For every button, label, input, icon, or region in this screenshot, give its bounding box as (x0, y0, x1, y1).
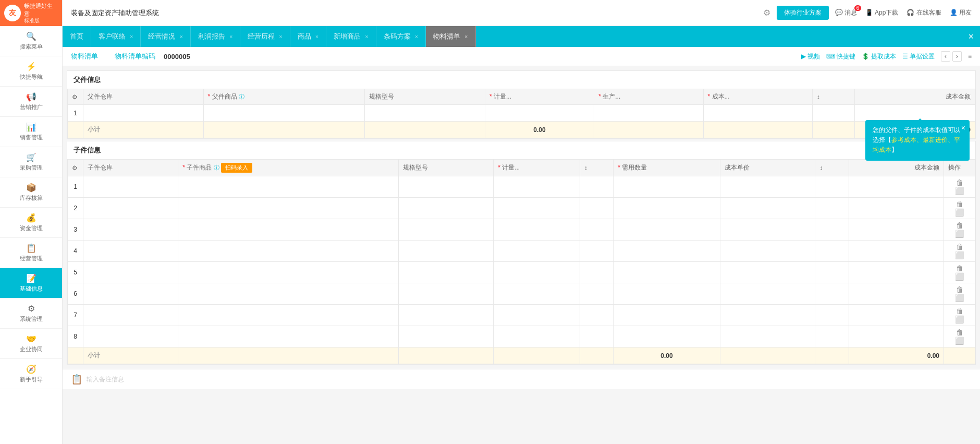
copy-icon-3[interactable]: ⬜ (955, 230, 964, 238)
child-row-4-unit[interactable] (494, 241, 580, 262)
delete-icon-1[interactable]: 🗑 (956, 178, 963, 187)
child-row-5-spec[interactable] (398, 262, 493, 283)
child-row-5-unit[interactable] (494, 262, 580, 283)
copy-icon-6[interactable]: ⬜ (955, 294, 964, 302)
prev-button[interactable]: ‹ (941, 51, 950, 62)
child-row-6-goods[interactable] (178, 283, 399, 305)
child-row-3-unit[interactable] (494, 219, 580, 241)
copy-icon-4[interactable]: ⬜ (955, 251, 964, 259)
child-row-1-warehouse[interactable] (83, 176, 178, 198)
child-row-6-unit[interactable] (494, 283, 580, 305)
child-row-8-spec[interactable] (398, 326, 493, 347)
sidebar-item-guide[interactable]: 🧭 新手引导 (0, 359, 62, 389)
child-row-2-spec[interactable] (398, 198, 493, 219)
tooltip-close[interactable]: × (961, 122, 965, 134)
child-row-4-qty[interactable] (614, 241, 720, 262)
shortcut-button[interactable]: ⌨ 快捷键 (826, 52, 855, 61)
tab-barcode-close[interactable]: × (415, 33, 418, 40)
child-row-5-warehouse[interactable] (83, 262, 178, 283)
tab-goods[interactable]: 商品 × (290, 26, 326, 47)
child-row-8-goods[interactable] (178, 326, 399, 347)
child-row-3-spec[interactable] (398, 219, 493, 241)
child-row-6-qty[interactable] (614, 283, 720, 305)
copy-icon-2[interactable]: ⬜ (955, 208, 964, 217)
child-row-7-warehouse[interactable] (83, 305, 178, 326)
delete-icon-7[interactable]: 🗑 (956, 307, 963, 315)
child-row-2-goods[interactable] (178, 198, 399, 219)
child-row-5-unit-cost[interactable] (720, 262, 815, 283)
child-row-4-goods[interactable] (178, 241, 399, 262)
copy-icon-5[interactable]: ⬜ (955, 272, 964, 281)
child-row-5-qty[interactable] (614, 262, 720, 283)
breadcrumb-bom-list[interactable]: 物料清单 (71, 52, 98, 61)
tab-customer[interactable]: 客户联络 × (91, 26, 141, 47)
child-row-6-warehouse[interactable] (83, 283, 178, 305)
sidebar-item-collab[interactable]: 🤝 企业协同 (0, 329, 62, 359)
child-row-7-spec[interactable] (398, 305, 493, 326)
child-row-4-spec[interactable] (398, 241, 493, 262)
online-service-button[interactable]: 🎧 在线客服 (906, 8, 941, 17)
parent-row-1-spec[interactable] (365, 105, 485, 122)
single-settings-button[interactable]: ☰ 单据设置 (902, 52, 935, 61)
child-row-3-qty[interactable] (614, 219, 720, 241)
parent-row-1-produce[interactable] (594, 105, 703, 122)
child-row-4-unit-cost[interactable] (720, 241, 815, 262)
child-row-1-qty[interactable] (614, 176, 720, 198)
child-row-5-goods[interactable] (178, 262, 399, 283)
video-button[interactable]: ▶ 视频 (801, 52, 820, 61)
child-row-3-amount[interactable] (849, 219, 944, 241)
breadcrumb-bom-code[interactable]: 物料清单编码 (115, 52, 155, 61)
sidebar-item-finance[interactable]: 💰 资金管理 (0, 208, 62, 238)
delete-icon-4[interactable]: 🗑 (956, 243, 963, 251)
child-row-6-unit-cost[interactable] (720, 283, 815, 305)
tab-profit-close[interactable]: × (229, 33, 232, 40)
tab-home[interactable]: 首页 (63, 26, 91, 47)
child-row-2-amount[interactable] (849, 198, 944, 219)
tab-new-goods[interactable]: 新增商品 × (326, 26, 376, 47)
child-row-3-warehouse[interactable] (83, 219, 178, 241)
child-row-6-amount[interactable] (849, 283, 944, 305)
cost-button[interactable]: 💲 提取成本 (862, 52, 896, 61)
tab-bom[interactable]: 物料清单 × (426, 26, 475, 47)
sidebar-item-inventory[interactable]: 📦 库存核算 (0, 177, 62, 208)
child-row-1-unit[interactable] (494, 176, 580, 198)
parent-row-1-goods[interactable] (203, 105, 365, 122)
copy-icon-1[interactable]: ⬜ (955, 187, 964, 195)
child-row-8-unit[interactable] (494, 326, 580, 347)
child-row-4-warehouse[interactable] (83, 241, 178, 262)
child-row-7-unit-cost[interactable] (720, 305, 815, 326)
sidebar-item-search[interactable]: 🔍 搜索菜单 (0, 26, 62, 56)
child-row-1-amount[interactable] (849, 176, 944, 198)
expand-icon[interactable]: ≡ (968, 53, 972, 60)
copy-icon-8[interactable]: ⬜ (955, 337, 964, 345)
child-row-3-goods[interactable] (178, 219, 399, 241)
tab-bom-close[interactable]: × (464, 33, 468, 40)
child-row-7-amount[interactable] (849, 305, 944, 326)
child-row-2-qty[interactable] (614, 198, 720, 219)
child-row-2-warehouse[interactable] (83, 198, 178, 219)
child-row-1-spec[interactable] (398, 176, 493, 198)
settings-icon[interactable]: ⚙ (763, 8, 770, 18)
sidebar-item-marketing[interactable]: 📢 营销推广 (0, 87, 62, 117)
tab-goods-close[interactable]: × (315, 33, 318, 40)
tab-new-goods-close[interactable]: × (365, 33, 368, 40)
child-row-8-warehouse[interactable] (83, 326, 178, 347)
tab-profit[interactable]: 利润报告 × (191, 26, 240, 47)
tab-history[interactable]: 经营历程 × (240, 26, 290, 47)
child-row-7-qty[interactable] (614, 305, 720, 326)
child-row-4-amount[interactable] (849, 241, 944, 262)
child-row-2-unit[interactable] (494, 198, 580, 219)
delete-icon-3[interactable]: 🗑 (956, 221, 963, 230)
tab-operation-status-close[interactable]: × (179, 33, 182, 40)
app-download-button[interactable]: 📱 App下载 (865, 8, 898, 17)
tab-operation-status[interactable]: 经营情况 × (141, 26, 190, 47)
message-button[interactable]: 💬 6 消息 (835, 8, 857, 17)
child-row-8-qty[interactable] (614, 326, 720, 347)
delete-icon-8[interactable]: 🗑 (956, 328, 963, 337)
child-row-1-unit-cost[interactable] (720, 176, 815, 198)
next-button[interactable]: › (952, 51, 962, 62)
sidebar-item-basic-info[interactable]: 📝 基础信息 (0, 268, 62, 298)
child-row-3-unit-cost[interactable] (720, 219, 815, 241)
child-row-8-amount[interactable] (849, 326, 944, 347)
close-all-tabs[interactable]: × (962, 31, 980, 42)
